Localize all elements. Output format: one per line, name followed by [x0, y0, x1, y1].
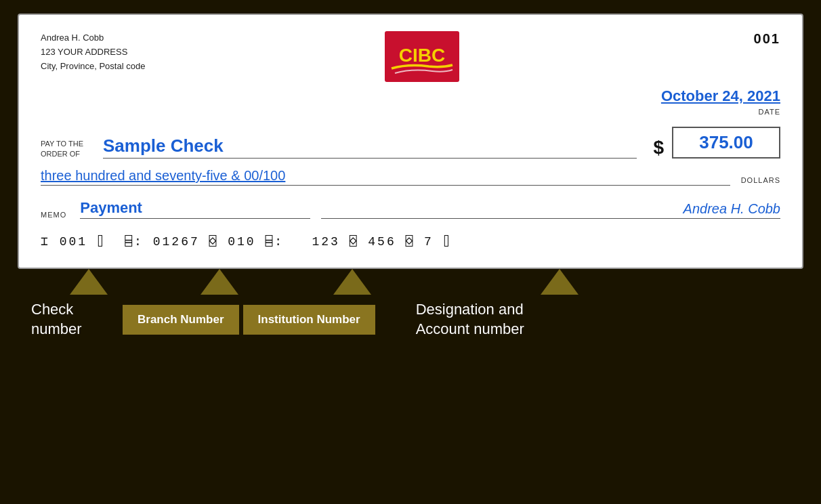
- pay-to-label: PAY TO THEORDER OF: [41, 139, 95, 159]
- date-label: DATE: [758, 108, 780, 116]
- memo-value: Payment: [80, 199, 142, 216]
- memo-label: MEMO: [41, 211, 66, 219]
- designation-label: Designation and Account number: [375, 300, 803, 339]
- check-container: Andrea H. Cobb 123 YOUR ADDRESS City, Pr…: [18, 14, 803, 269]
- dollars-label: DOLLARS: [741, 176, 780, 186]
- label-section: Check number Branch Number Institution N…: [18, 269, 803, 357]
- amount-value: 375.00: [699, 132, 753, 152]
- payee-value: Sample Check: [103, 135, 224, 156]
- check-number-label: Check number: [18, 300, 123, 339]
- amount-words: three hundred and seventy-five & 00/100: [41, 168, 285, 183]
- pay-to-line: Sample Check: [103, 135, 637, 159]
- account-info: Andrea H. Cobb 123 YOUR ADDRESS City, Pr…: [41, 31, 145, 73]
- account-address1: 123 YOUR ADDRESS: [41, 45, 145, 60]
- date-value: October 24, 2021: [661, 87, 780, 105]
- memo-row: MEMO Payment Andrea H. Cobb: [41, 199, 780, 219]
- date-row: October 24, 2021 DATE: [41, 87, 780, 117]
- words-line: three hundred and seventy-five & 00/100: [41, 168, 730, 186]
- date-block: October 24, 2021 DATE: [661, 87, 780, 117]
- check-header: Andrea H. Cobb 123 YOUR ADDRESS City, Pr…: [41, 31, 780, 82]
- pay-to-row: PAY TO THEORDER OF Sample Check $ 375.00: [41, 127, 780, 159]
- institution-number-label: Institution Number: [243, 305, 375, 335]
- memo-line: Payment: [80, 199, 310, 219]
- micr-line: ⌶ 001 ⌷ ⌸: 01267 ⌺ 010 ⌸: 123 ⌺ 456 ⌺ 7 …: [41, 231, 780, 251]
- words-row: three hundred and seventy-five & 00/100 …: [41, 168, 780, 186]
- svg-text:CIBC: CIBC: [399, 45, 445, 66]
- dollar-sign: $: [653, 137, 664, 159]
- bottom-section: Check number Branch Number Institution N…: [18, 269, 803, 357]
- check-number-top: 001: [699, 31, 780, 47]
- account-name: Andrea H. Cobb: [41, 31, 145, 45]
- cibc-logo: CIBC: [385, 31, 459, 82]
- account-address2: City, Province, Postal code: [41, 60, 145, 74]
- amount-box: 375.00: [672, 127, 780, 159]
- signature-line: Andrea H. Cobb: [321, 201, 780, 219]
- signature-value: Andrea H. Cobb: [683, 201, 780, 216]
- branch-number-label: Branch Number: [123, 305, 239, 335]
